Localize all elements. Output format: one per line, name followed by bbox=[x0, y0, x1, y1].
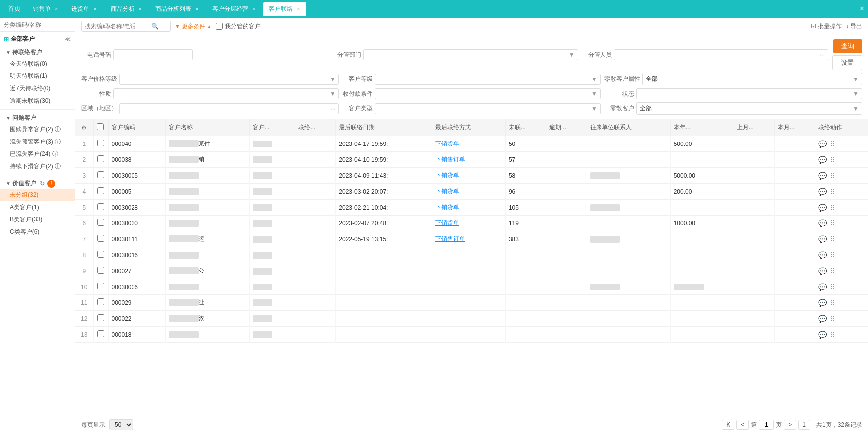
sidebar-search-input[interactable] bbox=[4, 21, 75, 28]
more-icon[interactable]: ⠿ bbox=[830, 156, 835, 164]
chat-icon[interactable]: 💬 bbox=[818, 315, 827, 323]
nature-select[interactable]: ▼ bbox=[113, 88, 339, 99]
row-action[interactable]: 💬 ⠿ bbox=[815, 231, 868, 247]
row-action[interactable]: 💬 ⠿ bbox=[815, 279, 868, 295]
close-customer-contact-icon[interactable]: × bbox=[297, 6, 300, 12]
more-icon[interactable]: ⠿ bbox=[830, 331, 835, 339]
chat-icon[interactable]: 💬 bbox=[818, 331, 827, 339]
row-action[interactable]: 💬 ⠿ bbox=[815, 247, 868, 263]
row-checkbox[interactable] bbox=[97, 187, 104, 194]
filter-search-input[interactable] bbox=[85, 23, 149, 30]
my-customers-check[interactable]: 我分管的客户 bbox=[216, 22, 261, 31]
chat-icon[interactable]: 💬 bbox=[818, 140, 827, 148]
sidebar-item-churned[interactable]: 已流失客户(24) ⓘ bbox=[0, 148, 75, 160]
sidebar-item-abnormal[interactable]: 囤购异常客户(2) ⓘ bbox=[0, 123, 75, 136]
page-number-input[interactable] bbox=[759, 420, 774, 430]
close-analysis-list-icon[interactable]: × bbox=[195, 6, 198, 12]
chat-icon[interactable]: 💬 bbox=[818, 251, 827, 259]
chat-icon[interactable]: 💬 bbox=[818, 299, 827, 307]
row-checkbox[interactable] bbox=[97, 203, 104, 210]
row-last-method[interactable] bbox=[432, 295, 505, 311]
row-checkbox-cell[interactable] bbox=[93, 311, 108, 327]
row-checkbox-cell[interactable] bbox=[93, 327, 108, 343]
row-last-method[interactable] bbox=[432, 247, 505, 263]
row-checkbox-cell[interactable] bbox=[93, 184, 108, 200]
sidebar-item-churn-warn[interactable]: 流失预警客户(3) ⓘ bbox=[0, 136, 75, 148]
more-icon[interactable]: ⠿ bbox=[830, 172, 835, 180]
row-action[interactable]: 💬 ⠿ bbox=[815, 152, 868, 168]
reset-button[interactable]: 设置 bbox=[832, 55, 862, 70]
more-filters-btn[interactable]: ▼ 更多条件 ▲ bbox=[175, 22, 212, 31]
cust-level-select[interactable]: ▼ bbox=[375, 74, 601, 85]
row-checkbox-cell[interactable] bbox=[93, 152, 108, 168]
prev-page-btn[interactable]: < bbox=[736, 420, 749, 430]
row-checkbox-cell[interactable] bbox=[93, 247, 108, 263]
row-action[interactable]: 💬 ⠿ bbox=[815, 263, 868, 279]
row-action[interactable]: 💬 ⠿ bbox=[815, 327, 868, 343]
row-checkbox-cell[interactable] bbox=[93, 216, 108, 231]
method-link[interactable]: 下销货单 bbox=[435, 188, 459, 195]
sidebar-item-today[interactable]: 今天待联络(0) bbox=[0, 58, 75, 70]
retail-select[interactable]: 全部 ▼ bbox=[636, 102, 862, 115]
sidebar-item-7days[interactable]: 近7天待联络(0) bbox=[0, 82, 75, 95]
row-last-method[interactable] bbox=[432, 263, 505, 279]
close-purchase-icon[interactable]: × bbox=[93, 6, 96, 12]
chat-icon[interactable]: 💬 bbox=[818, 172, 827, 180]
sidebar-item-class-c[interactable]: C类客户(6) bbox=[0, 226, 75, 238]
row-checkbox[interactable] bbox=[97, 298, 104, 305]
checkbox-col[interactable] bbox=[93, 119, 108, 136]
chat-icon[interactable]: 💬 bbox=[818, 235, 827, 243]
row-last-method[interactable]: 下销货单 bbox=[432, 168, 505, 184]
bulk-ops-button[interactable]: ☑ 批量操作 bbox=[811, 22, 842, 31]
method-link[interactable]: 下销货单 bbox=[435, 219, 459, 226]
sidebar-item-unclassified[interactable]: 未分组(32) bbox=[0, 189, 75, 201]
row-checkbox-cell[interactable] bbox=[93, 231, 108, 247]
retail-attr-select[interactable]: 全部 ▼ bbox=[642, 73, 862, 85]
row-checkbox[interactable] bbox=[97, 155, 104, 162]
more-icon[interactable]: ⠿ bbox=[830, 188, 835, 196]
nav-home[interactable]: 首页 bbox=[4, 4, 25, 13]
sidebar-item-overdue[interactable]: 逾期未联络(30) bbox=[0, 95, 75, 107]
row-action[interactable]: 💬 ⠿ bbox=[815, 216, 868, 231]
method-link[interactable]: 下销货单 bbox=[435, 140, 459, 147]
export-button[interactable]: ↓ 导出 bbox=[846, 22, 862, 31]
row-last-method[interactable] bbox=[432, 327, 505, 343]
sidebar-all-customers[interactable]: ⊞ 全部客户 ≪ bbox=[0, 32, 75, 46]
nav-tab-analysis-list[interactable]: 商品分析列表 × bbox=[149, 2, 204, 16]
per-page-select[interactable]: 50 bbox=[109, 419, 133, 430]
chat-icon[interactable]: 💬 bbox=[818, 219, 827, 227]
row-checkbox-cell[interactable] bbox=[93, 200, 108, 216]
row-checkbox-cell[interactable] bbox=[93, 295, 108, 311]
row-action[interactable]: 💬 ⠿ bbox=[815, 295, 868, 311]
row-checkbox-cell[interactable] bbox=[93, 136, 108, 152]
more-icon[interactable]: ⠿ bbox=[830, 283, 835, 291]
more-icon[interactable]: ⠿ bbox=[830, 251, 835, 259]
query-button[interactable]: 查询 bbox=[833, 39, 862, 53]
method-link[interactable]: 下销售订单 bbox=[435, 235, 465, 242]
method-link[interactable]: 下销售订单 bbox=[435, 156, 465, 163]
row-action[interactable]: 💬 ⠿ bbox=[815, 311, 868, 327]
row-action[interactable]: 💬 ⠿ bbox=[815, 136, 868, 152]
row-checkbox[interactable] bbox=[97, 267, 104, 274]
sidebar-item-declining[interactable]: 持续下滑客户(2) ⓘ bbox=[0, 160, 75, 173]
refresh-icon[interactable]: ↻ bbox=[40, 180, 45, 187]
row-checkbox[interactable] bbox=[97, 314, 104, 321]
person-select[interactable]: ··· bbox=[614, 49, 828, 60]
select-all-checkbox[interactable] bbox=[97, 123, 104, 130]
phone-input[interactable] bbox=[113, 49, 193, 60]
row-checkbox[interactable] bbox=[97, 219, 104, 226]
more-icon[interactable]: ⠿ bbox=[830, 204, 835, 212]
row-action[interactable]: 💬 ⠿ bbox=[815, 200, 868, 216]
nav-tab-analysis[interactable]: 商品分析 × bbox=[105, 2, 147, 16]
row-action[interactable]: 💬 ⠿ bbox=[815, 184, 868, 200]
more-icon[interactable]: ⠿ bbox=[830, 219, 835, 227]
nav-tab-sales[interactable]: 销售单 × bbox=[27, 2, 64, 16]
row-last-method[interactable]: 下销货单 bbox=[432, 200, 505, 216]
row-last-method[interactable]: 下销货单 bbox=[432, 184, 505, 200]
dept-select[interactable]: ▼ bbox=[363, 49, 578, 60]
row-checkbox[interactable] bbox=[97, 251, 104, 258]
close-analysis-icon[interactable]: × bbox=[138, 6, 141, 12]
sidebar-item-class-a[interactable]: A类客户(1) bbox=[0, 201, 75, 214]
region-select[interactable]: ··· bbox=[119, 103, 339, 114]
row-checkbox[interactable] bbox=[97, 235, 104, 242]
